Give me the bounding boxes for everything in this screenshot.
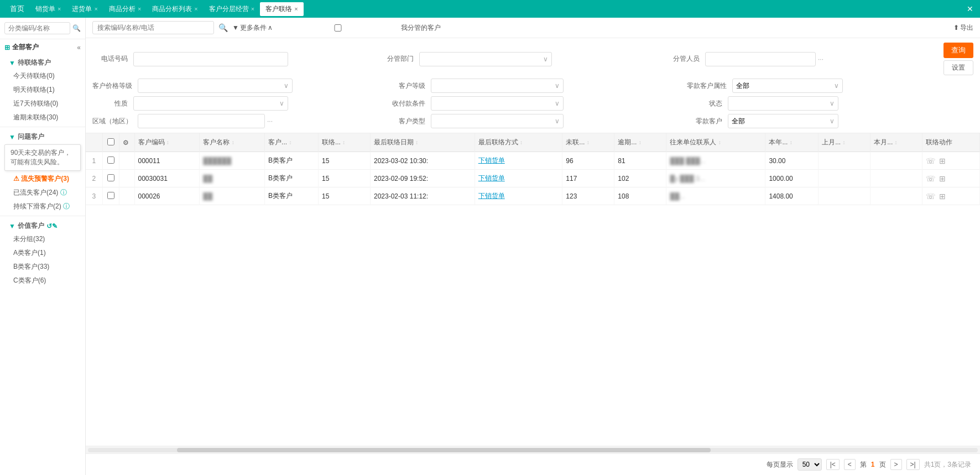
- section-value-customers[interactable]: ▼ 价值客户 ↺ ✎: [0, 218, 85, 232]
- col-overdue[interactable]: 逾期...: [614, 133, 666, 152]
- row-last-contact-way: 下销货单: [475, 170, 562, 187]
- row-type: B类客户: [265, 170, 319, 187]
- sidebar-search-icon[interactable]: 🔍: [72, 24, 81, 32]
- region-dots[interactable]: ···: [267, 117, 273, 125]
- tab-analysis[interactable]: 商品分析 ×: [103, 2, 147, 16]
- tab-customer-contact[interactable]: 客户联络 ×: [260, 2, 303, 16]
- col-contact[interactable]: 联络...: [318, 133, 370, 152]
- col-this-month[interactable]: 本月...: [870, 133, 922, 152]
- sidebar-item-unclassified[interactable]: 未分组(32): [0, 232, 85, 246]
- first-page-button[interactable]: |<: [826, 459, 840, 470]
- horizontal-scrollbar[interactable]: [86, 446, 980, 453]
- value-refresh-icon[interactable]: ↺: [46, 222, 52, 230]
- section-problem-customers[interactable]: ▼ 问题客户: [0, 129, 85, 143]
- next-page-button[interactable]: >: [890, 459, 902, 470]
- category-search-input[interactable]: [4, 22, 70, 34]
- sidebar-item-class-b[interactable]: B类客户(33): [0, 260, 85, 274]
- action-contact-icon[interactable]: ☏: [926, 156, 936, 165]
- sidebar-item-churned[interactable]: 已流失客户(24) ⓘ: [0, 186, 85, 200]
- my-customers-checkbox-label[interactable]: 我分管的客户: [277, 23, 441, 33]
- query-button[interactable]: 查询: [943, 43, 973, 58]
- sidebar-search-area: 🔍: [0, 18, 85, 39]
- col-last-contact-date[interactable]: 最后联络日期: [371, 133, 475, 152]
- action-more-icon[interactable]: ⊞: [939, 174, 946, 183]
- col-customer-code[interactable]: 客户编码: [134, 133, 200, 152]
- search-input[interactable]: [92, 21, 214, 34]
- sidebar-item-churn-warning[interactable]: ⚠ 流失预警客户(3): [0, 172, 85, 186]
- row-last-month: [819, 152, 870, 170]
- row-checkbox-0[interactable]: [107, 156, 114, 164]
- col-checkbox: [102, 133, 119, 152]
- close-purchase-tab[interactable]: ×: [94, 6, 97, 12]
- payment-select[interactable]: ∨: [431, 96, 564, 111]
- action-more-icon[interactable]: ⊞: [939, 192, 946, 201]
- customer-level-select[interactable]: ∨: [431, 79, 564, 93]
- section-pending-contact[interactable]: ▼ 待联络客户: [0, 55, 85, 69]
- export-button[interactable]: ⬆ 导出: [953, 23, 973, 33]
- row-overdue: 81: [614, 152, 666, 170]
- row-checkbox-1[interactable]: [107, 174, 114, 181]
- row-contact: 15: [318, 187, 370, 205]
- status-label: 状态: [687, 99, 726, 108]
- sidebar-item-7days[interactable]: 近7天待联络(0): [0, 97, 85, 111]
- row-last-contact-date: 2023-02-03 11:12:: [371, 187, 475, 205]
- col-customer-type[interactable]: 客户...: [265, 133, 319, 152]
- action-more-icon[interactable]: ⊞: [939, 156, 946, 165]
- close-sales-tab[interactable]: ×: [58, 6, 61, 12]
- customer-type-select[interactable]: ∨: [431, 114, 564, 128]
- status-select[interactable]: ∨: [728, 96, 838, 111]
- tab-sales[interactable]: 销货单 ×: [30, 2, 66, 16]
- dept-label: 分管部门: [378, 54, 417, 64]
- row-checkbox-2[interactable]: [107, 192, 114, 199]
- person-dots[interactable]: ···: [818, 55, 823, 63]
- action-contact-icon[interactable]: ☏: [926, 174, 936, 183]
- sidebar-item-declining[interactable]: 持续下滑客户(2) ⓘ: [0, 200, 85, 213]
- sidebar-item-class-a[interactable]: A类客户(1): [0, 246, 85, 260]
- col-last-contact-way[interactable]: 最后联络方式: [475, 133, 562, 152]
- col-this-year[interactable]: 本年...: [765, 133, 819, 152]
- row-checkbox-cell: [102, 170, 119, 187]
- search-button[interactable]: 🔍: [218, 23, 228, 32]
- sidebar-item-overdue[interactable]: 逾期未联络(30): [0, 111, 85, 124]
- filter-row-4: 区域（地区） ··· 客户类型 ∨ 零款客户 全部 ∨: [92, 114, 973, 128]
- close-customer-tier-tab[interactable]: ×: [251, 6, 254, 12]
- scroll-thumb[interactable]: [177, 448, 711, 452]
- last-page-button[interactable]: >|: [906, 459, 920, 470]
- nature-select[interactable]: ∨: [133, 96, 288, 111]
- tab-customer-tier[interactable]: 客户分层经营 ×: [204, 2, 260, 16]
- col-customer-name[interactable]: 客户名称: [200, 133, 265, 152]
- row-this-month: [870, 152, 922, 170]
- zero-customer-select[interactable]: 全部 ∨: [728, 114, 838, 128]
- col-settings[interactable]: ⚙: [119, 133, 134, 152]
- col-uncontacted[interactable]: 未联...: [562, 133, 614, 152]
- action-contact-icon[interactable]: ☏: [926, 192, 936, 201]
- prev-page-button[interactable]: <: [844, 459, 856, 470]
- sidebar-item-tomorrow[interactable]: 明天待联络(1): [0, 83, 85, 97]
- close-analysis-tab[interactable]: ×: [138, 6, 141, 12]
- price-level-select[interactable]: ∨: [138, 79, 293, 93]
- tab-analysis-list[interactable]: 商品分析列表 ×: [147, 2, 203, 16]
- sidebar-item-today[interactable]: 今天待联络(0): [0, 69, 85, 83]
- select-all-checkbox[interactable]: [107, 138, 114, 145]
- close-analysis-list-tab[interactable]: ×: [194, 6, 197, 12]
- row-index: 1: [86, 152, 102, 170]
- region-input[interactable]: [138, 114, 265, 128]
- more-conditions-button[interactable]: ▼ 更多条件 ∧: [232, 23, 273, 33]
- sidebar-item-class-c[interactable]: C类客户(6): [0, 274, 85, 288]
- tab-purchase[interactable]: 进货单 ×: [66, 2, 103, 16]
- col-unit-contact[interactable]: 往来单位联系人: [666, 133, 765, 152]
- tab-home[interactable]: 首页: [4, 2, 30, 16]
- phone-input[interactable]: [133, 52, 288, 66]
- person-input[interactable]: [705, 52, 816, 66]
- col-last-month[interactable]: 上月...: [819, 133, 870, 152]
- value-edit-icon[interactable]: ✎: [52, 222, 58, 230]
- per-page-select[interactable]: 50: [797, 458, 822, 471]
- zero-attr-select[interactable]: 全部 ∨: [732, 79, 843, 93]
- settings-button[interactable]: 设置: [943, 60, 973, 75]
- close-customer-contact-tab[interactable]: ×: [294, 6, 298, 12]
- my-customers-checkbox[interactable]: [277, 24, 399, 32]
- close-all-button[interactable]: ✕: [965, 2, 976, 15]
- all-customers-header[interactable]: ⊞ 全部客户 «: [0, 39, 85, 55]
- dept-select[interactable]: ∨: [419, 52, 552, 66]
- sidebar-collapse-icon[interactable]: «: [77, 44, 81, 51]
